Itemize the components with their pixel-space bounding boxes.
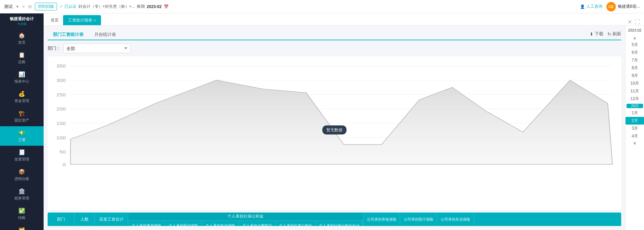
reports-icon: 📊 [18, 71, 25, 78]
sidebar-item-salary[interactable]: 💵 工资 [0, 126, 44, 146]
sidebar-label-trade: 进销台账 [14, 176, 29, 181]
rp-month-1[interactable]: 1月 [626, 109, 644, 117]
invoice-icon: 🧾 [18, 149, 25, 155]
sidebar-label-invoice: 发票管理 [14, 157, 29, 162]
rp-month-12[interactable]: 12月 [626, 95, 644, 103]
inner-content: 部门工资统计表 月份统计表 ⬇ 下载 ↻ 刷新 [44, 26, 625, 230]
archive-icon: 🗂️ [18, 227, 25, 230]
content-area: 首页 工资统计报表 × ✕ ⛶ 部门工资统计表 月份统计表 [44, 13, 644, 230]
home-icon: 🏠 [18, 32, 25, 39]
table-header-row: 部门 人数 应发工资合计 个人承担社保公积金 个人承担养老保险 [48, 213, 621, 226]
th-personal-group-header: 个人承担社保公积金 [128, 213, 363, 221]
th-personal-housing: 个人承担住房公积金 [276, 221, 316, 226]
rp-month-5[interactable]: 5月 [626, 41, 644, 49]
tab-close-btn[interactable]: × [94, 18, 96, 23]
sidebar-item-archive[interactable]: 🗂️ 归档管理 [0, 224, 44, 230]
th-company-pension: 公司承担养老保险 [363, 213, 400, 226]
sub-tab-dept[interactable]: 部门工资统计表 [48, 30, 89, 40]
th-personal-group-subs: 个人承担养老保险 个人承担医疗保险 个人承担失业保险 个人承担大额医疗 个人承担… [128, 221, 363, 226]
sub-tab-bar: 部门工资统计表 月份统计表 ⬇ 下载 ↻ 刷新 [48, 30, 621, 40]
svg-text:300: 300 [56, 78, 66, 83]
user-profile[interactable]: CE 畅捷通B迎... [606, 2, 640, 11]
svg-text:100: 100 [56, 135, 66, 140]
rp-down-arrow[interactable]: ▼ [633, 141, 637, 146]
app-logo: 畅捷通好会计 专业版 [0, 13, 44, 29]
sidebar-item-tax[interactable]: 🏛️ 税务管理 [0, 185, 44, 204]
salary-icon: 💵 [18, 130, 25, 136]
sidebar-item-assets[interactable]: 🏗️ 固定资产 [0, 107, 44, 126]
period-value: 2023-02 [147, 4, 162, 9]
sidebar-label-close: 结账 [18, 215, 25, 220]
right-panel: 2023.02 ▲ 5月 6月 7月 8月 9月 10月 11月 12月 202… [625, 26, 644, 230]
download-btn[interactable]: ⬇ 下载 [590, 31, 603, 37]
rp-current-date: 2023.02 [628, 28, 642, 32]
salary-chart: 350 300 250 200 150 100 50 0 [52, 60, 617, 168]
header-dropdown-arrow[interactable]: ▼ [15, 4, 19, 9]
sidebar-label-funds: 资金管理 [14, 98, 29, 103]
logo-title: 畅捷通好会计 [10, 16, 34, 22]
tax-icon: 🏛️ [18, 188, 25, 194]
tab-home[interactable]: 首页 [48, 15, 62, 25]
th-total-salary: 应发工资合计 [95, 213, 128, 226]
rp-month-8[interactable]: 8月 [626, 64, 644, 72]
svg-text:50: 50 [59, 149, 66, 154]
settings-icon[interactable]: ⚙ [28, 4, 32, 9]
header-badges: ✓ 已认证 好会计（专）+好生意（标）+... 账期 2023-02 📅 [60, 4, 168, 9]
close-period-icon: ✅ [18, 208, 25, 214]
sidebar-item-home[interactable]: 🏠 首页 [0, 29, 44, 48]
switch-old-btn[interactable]: 切到旧版 [35, 3, 57, 10]
assets-icon: 🏗️ [18, 110, 25, 117]
th-personal-group: 个人承担社保公积金 个人承担养老保险 个人承担医疗保险 个人承担失业保险 个人承… [128, 213, 363, 226]
svg-text:200: 200 [56, 106, 66, 111]
sidebar-item-close[interactable]: ✅ 结账 [0, 204, 44, 224]
sidebar-item-invoice[interactable]: 🧾 发票管理 [0, 146, 44, 165]
chart-container: 350 300 250 200 150 100 50 0 [48, 56, 621, 210]
calendar-icon[interactable]: 📅 [164, 4, 169, 9]
window-maximize-icon[interactable]: ⛶ [635, 19, 640, 25]
th-dept: 部门 [48, 213, 74, 226]
logo-sub: 专业版 [17, 22, 26, 26]
service-btn[interactable]: 👤 人工咨询 [580, 4, 602, 9]
user-name: 畅捷通B迎... [618, 4, 640, 9]
rp-month-6[interactable]: 6月 [626, 49, 644, 56]
sidebar-item-trade[interactable]: 📦 进销台账 [0, 165, 44, 185]
sidebar-item-funds[interactable]: 💰 资金管理 [0, 87, 44, 107]
window-close-icon[interactable]: ✕ [628, 19, 632, 25]
sub-tab-month[interactable]: 月份统计表 [89, 30, 121, 40]
th-count: 人数 [74, 213, 95, 226]
refresh-btn[interactable]: ↻ 刷新 [607, 31, 621, 37]
funds-icon: 💰 [18, 91, 25, 97]
rp-month-9[interactable]: 9月 [626, 72, 644, 80]
top-header: 测试 ▼ + ⚙ 切到旧版 ✓ 已认证 好会计（专）+好生意（标）+... 账期… [0, 0, 644, 13]
rp-month-3[interactable]: 3月 [626, 125, 644, 132]
th-personal-total: 个人承担社保公积金合计 [316, 221, 363, 226]
user-avatar: CE [606, 2, 616, 11]
svg-text:250: 250 [56, 92, 66, 97]
toolbar-row: 部门： 全部 财务部 销售部 行政部 [48, 44, 621, 53]
sidebar-item-reports[interactable]: 📊 报表中心 [0, 68, 44, 87]
certified-badge: ✓ 已认证 [60, 4, 76, 9]
header-left: 测试 ▼ + ⚙ 切到旧版 ✓ 已认证 好会计（专）+好生意（标）+... 账期… [4, 3, 580, 10]
period-label: 账期 [137, 4, 145, 9]
refresh-icon: ↻ [607, 32, 611, 37]
project-name: 测试 [4, 4, 13, 10]
rp-up-arrow[interactable]: ▲ [633, 35, 637, 40]
rp-year-2023: 2023 [627, 104, 643, 108]
rp-month-11[interactable]: 11月 [626, 87, 644, 95]
ledger-icon: 📋 [18, 52, 25, 58]
rp-month-10[interactable]: 10月 [626, 80, 644, 87]
add-icon[interactable]: + [22, 4, 25, 10]
sidebar-item-ledger[interactable]: 📋 总账 [0, 48, 44, 68]
rp-month-2[interactable]: 2月 [626, 117, 644, 125]
tab-salary-report[interactable]: 工资统计报表 × [63, 15, 101, 25]
sidebar-label-tax: 税务管理 [14, 196, 29, 201]
dept-select[interactable]: 全部 财务部 销售部 行政部 [63, 44, 130, 53]
tab-bar: 首页 工资统计报表 × ✕ ⛶ [44, 13, 644, 26]
svg-text:150: 150 [56, 121, 66, 126]
svg-text:350: 350 [56, 63, 66, 68]
th-personal-pension: 个人承担养老保险 [128, 221, 165, 226]
rp-month-7[interactable]: 7月 [626, 56, 644, 64]
th-company-unemploy: 公司承担失业保险 [437, 213, 474, 226]
sidebar-label-salary: 工资 [18, 137, 25, 142]
rp-month-4[interactable]: 4月 [626, 132, 644, 140]
